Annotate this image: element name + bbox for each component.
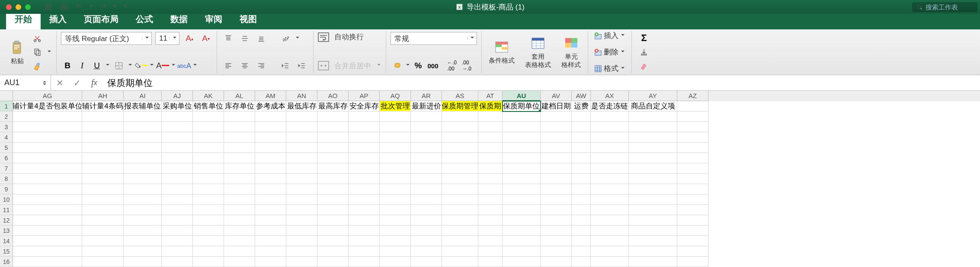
cell-AV11[interactable] — [541, 205, 572, 215]
cell-AN5[interactable] — [286, 143, 317, 153]
format-painter-button[interactable] — [30, 60, 44, 73]
cell-AR8[interactable] — [411, 174, 442, 184]
cell-AY6[interactable] — [629, 153, 677, 163]
align-left-button[interactable] — [221, 59, 235, 72]
wrap-text-button[interactable]: 自动换行 — [318, 32, 381, 42]
cell-AR6[interactable] — [411, 153, 442, 163]
cell-AU8[interactable] — [503, 174, 541, 184]
cell-AI4[interactable] — [124, 132, 162, 143]
cell-AN15[interactable] — [286, 246, 317, 257]
cell-AV12[interactable] — [541, 215, 572, 226]
cell-AO1[interactable]: 最高库存 — [317, 101, 349, 111]
underline-button[interactable]: U — [90, 59, 103, 72]
bold-button[interactable]: B — [61, 59, 74, 72]
row-header-2[interactable]: 2 — [0, 111, 13, 122]
cell-AX11[interactable] — [591, 205, 629, 215]
accounting-format-button[interactable] — [391, 59, 404, 72]
cell-AP4[interactable] — [349, 132, 380, 143]
cancel-formula-button[interactable]: ✕ — [51, 75, 68, 90]
paste-dropdown[interactable] — [47, 46, 52, 59]
cell-AI11[interactable] — [124, 205, 162, 215]
save-icon[interactable] — [42, 2, 55, 12]
cell-AI14[interactable] — [124, 236, 162, 246]
redo-icon[interactable] — [96, 2, 109, 12]
cell-AY4[interactable] — [629, 132, 677, 143]
cell-AK1[interactable]: 销售单位 — [193, 101, 224, 111]
cell-AU2[interactable] — [503, 111, 541, 122]
format-cells-button[interactable]: 格式 — [592, 61, 627, 76]
cell-AW7[interactable] — [572, 163, 591, 174]
cell-AJ7[interactable] — [162, 163, 193, 174]
cell-AL4[interactable] — [224, 132, 255, 143]
cell-AG16[interactable] — [13, 257, 82, 267]
cell-AH7[interactable] — [82, 163, 124, 174]
cell-AP15[interactable] — [349, 246, 380, 257]
cell-AY1[interactable]: 商品自定义项 — [629, 101, 677, 111]
cell-AV13[interactable] — [541, 226, 572, 236]
cell-AP5[interactable] — [349, 143, 380, 153]
cell-AP3[interactable] — [349, 122, 380, 132]
cell-AW15[interactable] — [572, 246, 591, 257]
cell-AS11[interactable] — [442, 205, 478, 215]
cell-AM1[interactable]: 参考成本 — [255, 101, 286, 111]
cell-AZ15[interactable] — [677, 246, 708, 257]
font-size-select[interactable]: 11 — [155, 32, 179, 45]
cell-AS13[interactable] — [442, 226, 478, 236]
cell-AS16[interactable] — [442, 257, 478, 267]
cell-AU1[interactable]: 保质期单位 — [503, 101, 541, 111]
cell-AV3[interactable] — [541, 122, 572, 132]
cell-AJ8[interactable] — [162, 174, 193, 184]
cell-AY10[interactable] — [629, 194, 677, 205]
cell-AM3[interactable] — [255, 122, 286, 132]
row-header-9[interactable]: 9 — [0, 184, 13, 194]
minimize-window-button[interactable] — [16, 4, 21, 10]
cell-AH16[interactable] — [82, 257, 124, 267]
cell-AO9[interactable] — [317, 184, 349, 194]
cell-AY14[interactable] — [629, 236, 677, 246]
cell-AZ4[interactable] — [677, 132, 708, 143]
cell-AR5[interactable] — [411, 143, 442, 153]
cell-AP13[interactable] — [349, 226, 380, 236]
cell-AQ7[interactable] — [380, 163, 411, 174]
row-header-16[interactable]: 16 — [0, 257, 13, 267]
cell-AW9[interactable] — [572, 184, 591, 194]
cell-AS14[interactable] — [442, 236, 478, 246]
decrease-indent-button[interactable] — [279, 59, 292, 72]
cell-AU3[interactable] — [503, 122, 541, 132]
fill-color-dropdown[interactable] — [149, 59, 154, 72]
cell-AG9[interactable] — [13, 184, 82, 194]
cell-AZ5[interactable] — [677, 143, 708, 153]
cell-AI15[interactable] — [124, 246, 162, 257]
cell-AN7[interactable] — [286, 163, 317, 174]
col-header-AQ[interactable]: AQ — [380, 91, 411, 101]
cell-AK8[interactable] — [193, 174, 224, 184]
cell-AN1[interactable]: 最低库存 — [286, 101, 317, 111]
align-middle-button[interactable] — [238, 32, 252, 45]
cell-AZ6[interactable] — [677, 153, 708, 163]
row-header-6[interactable]: 6 — [0, 153, 13, 163]
cell-AL3[interactable] — [224, 122, 255, 132]
cell-AS6[interactable] — [442, 153, 478, 163]
orientation-button[interactable]: ab — [279, 32, 292, 45]
decrease-decimal-button[interactable]: .00→.0 — [460, 59, 474, 72]
merge-dropdown[interactable] — [376, 59, 381, 72]
cell-AR9[interactable] — [411, 184, 442, 194]
cell-AV4[interactable] — [541, 132, 572, 143]
cell-AU4[interactable] — [503, 132, 541, 143]
cell-AN12[interactable] — [286, 215, 317, 226]
cell-AI12[interactable] — [124, 215, 162, 226]
col-header-AM[interactable]: AM — [255, 91, 286, 101]
cell-AV10[interactable] — [541, 194, 572, 205]
name-box[interactable]: AU1 — [0, 75, 51, 90]
maximize-window-button[interactable] — [25, 4, 31, 10]
cell-AV16[interactable] — [541, 257, 572, 267]
cell-AT10[interactable] — [478, 194, 503, 205]
cell-AQ5[interactable] — [380, 143, 411, 153]
increase-font-button[interactable]: A▴ — [183, 32, 196, 45]
cell-AK6[interactable] — [193, 153, 224, 163]
col-header-AR[interactable]: AR — [411, 91, 442, 101]
cell-AO11[interactable] — [317, 205, 349, 215]
insert-dropdown[interactable] — [620, 29, 625, 42]
cell-AX12[interactable] — [591, 215, 629, 226]
undo-dropdown[interactable] — [89, 0, 94, 13]
